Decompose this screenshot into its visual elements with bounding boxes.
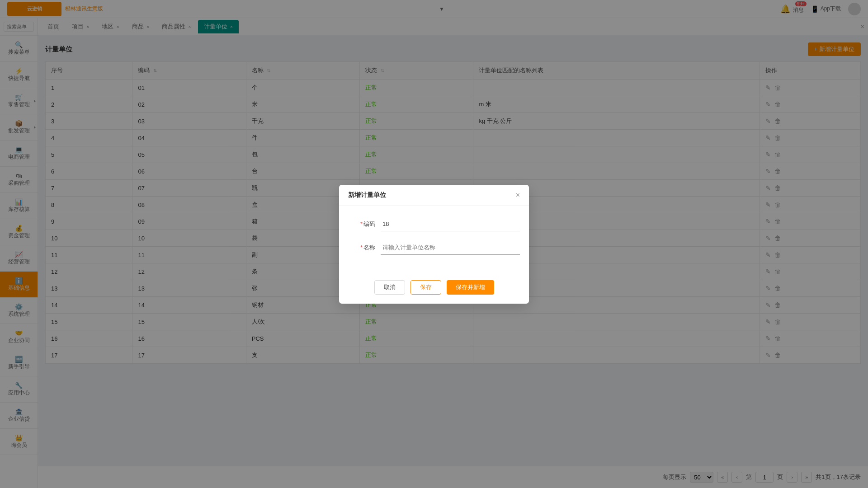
modal-close-button[interactable]: ×: [516, 191, 520, 199]
modal-footer: 取消 保存 保存并新增: [339, 275, 529, 304]
modal-overlay: 新增计量单位 × 编码 名称 取消 保存 保存并新增: [0, 0, 868, 488]
code-input[interactable]: [381, 217, 520, 231]
modal-title: 新增计量单位: [348, 191, 386, 199]
cancel-button[interactable]: 取消: [374, 280, 405, 295]
name-form-row: 名称: [348, 240, 520, 255]
modal-body: 编码 名称: [339, 206, 529, 275]
save-and-new-button[interactable]: 保存并新增: [447, 280, 494, 295]
save-button[interactable]: 保存: [410, 280, 441, 295]
code-label: 编码: [348, 220, 375, 228]
modal-header: 新增计量单位 ×: [339, 185, 529, 206]
name-input[interactable]: [381, 240, 520, 255]
code-form-row: 编码: [348, 217, 520, 231]
name-label: 名称: [348, 244, 375, 252]
add-unit-modal: 新增计量单位 × 编码 名称 取消 保存 保存并新增: [339, 185, 529, 304]
